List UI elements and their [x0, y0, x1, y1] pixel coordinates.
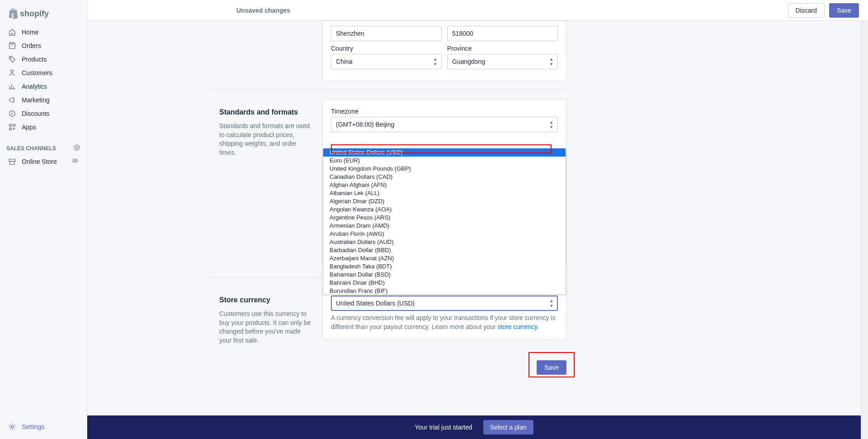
nav-label: Online Store: [22, 158, 57, 165]
nav-label: Orders: [22, 42, 41, 49]
nav-analytics[interactable]: Analytics: [0, 80, 87, 93]
currency-option[interactable]: Bahamian Dollar (BSD): [323, 271, 566, 279]
currency-option[interactable]: Bahraini Dinar (BHD): [323, 279, 566, 287]
chevron-updown-icon: ▴▾: [550, 57, 553, 67]
contextual-save-bar: Unsaved changes Discard Save: [87, 0, 868, 21]
discount-icon: [8, 110, 16, 118]
currency-option[interactable]: United Kingdom Pounds (GBP): [323, 165, 566, 173]
home-icon: [8, 28, 16, 36]
currency-option[interactable]: Angolan Kwanza (AOA): [323, 205, 566, 214]
settings-label: Settings: [22, 423, 45, 430]
eye-icon[interactable]: [71, 157, 79, 166]
province-value: Guangdong: [452, 57, 485, 66]
person-icon: [8, 69, 16, 77]
store-currency-link[interactable]: store currency: [497, 323, 537, 330]
currency-option[interactable]: Burundian Franc (BIF): [323, 287, 566, 295]
gear-icon: [8, 423, 16, 431]
postal-input[interactable]: 518000: [447, 26, 558, 41]
nav-label: Apps: [22, 124, 36, 131]
currency-option[interactable]: Azerbaijani Manat (AZN): [323, 254, 566, 262]
svg-point-8: [74, 160, 75, 161]
currency-option[interactable]: Bangladesh Taka (BDT): [323, 262, 566, 271]
currency-dropdown[interactable]: United States Dollars (USD)Euro (EUR)Uni…: [323, 148, 566, 295]
currency-selected-value: United States Dollars (USD): [336, 299, 415, 308]
nav-customers[interactable]: Customers: [0, 66, 87, 80]
currency-option[interactable]: Argentine Pesos (ARS): [323, 214, 566, 222]
currency-option[interactable]: Australian Dollars (AUD): [323, 238, 566, 246]
add-channel-icon[interactable]: [73, 144, 80, 153]
nav-home[interactable]: Home: [0, 25, 87, 39]
save-button-top[interactable]: Save: [829, 3, 859, 18]
province-label: Province: [447, 45, 558, 52]
nav-label: Home: [22, 29, 38, 36]
orders-icon: [8, 42, 16, 50]
sidebar: shopify Home Orders Products Customers A…: [0, 0, 87, 439]
nav-apps[interactable]: Apps: [0, 120, 87, 134]
store-icon: [8, 157, 16, 166]
svg-point-1: [10, 57, 11, 58]
chevron-updown-icon: ▴▾: [550, 298, 553, 308]
nav-label: Customers: [22, 69, 52, 76]
nav-marketing[interactable]: Marketing: [0, 93, 87, 107]
chevron-updown-icon: ▴▾: [550, 119, 553, 129]
standards-title: Standards and formats: [219, 108, 313, 116]
svg-rect-4: [9, 124, 12, 127]
nav-label: Discounts: [22, 110, 49, 117]
timezone-label: Timezone: [331, 108, 558, 115]
city-input[interactable]: Shenzhen: [331, 26, 442, 41]
currency-option[interactable]: Afghan Afghani (AFN): [323, 181, 566, 189]
currency-desc: Customers use this currency to buy your …: [219, 310, 313, 345]
nav-discounts[interactable]: Discounts: [0, 107, 87, 120]
sales-channels-label: SALES CHANNELS: [6, 145, 56, 152]
apps-icon: [8, 123, 16, 131]
nav-label: Marketing: [22, 96, 49, 104]
shopify-bag-icon: [8, 8, 18, 19]
svg-rect-5: [13, 124, 15, 127]
chart-icon: [8, 82, 16, 91]
browser-scrollbar[interactable]: [861, 0, 868, 439]
currency-option[interactable]: Albanian Lek (ALL): [323, 189, 566, 197]
country-value: China: [336, 57, 353, 66]
select-plan-button[interactable]: Select a plan: [483, 420, 533, 434]
nav-products[interactable]: Products: [0, 52, 87, 66]
country-label: Country: [331, 45, 442, 52]
nav-label: Analytics: [22, 83, 47, 90]
shopify-logo: shopify: [0, 5, 87, 25]
discard-button[interactable]: Discard: [788, 3, 825, 18]
svg-rect-6: [9, 128, 12, 130]
page-actions: Save: [209, 354, 566, 393]
currency-option[interactable]: Armenian Dram (AMD): [323, 222, 566, 230]
currency-title: Store currency: [219, 296, 313, 304]
timezone-select[interactable]: (GMT+08:00) Beijing ▴▾: [331, 117, 558, 132]
timezone-value: (GMT+08:00) Beijing: [336, 120, 395, 129]
standards-desc: Standards and formats are used to calcul…: [219, 122, 313, 157]
currency-option[interactable]: Algerian Dinar (DZD): [323, 197, 566, 205]
nav-label: Products: [22, 56, 47, 63]
province-select[interactable]: Guangdong ▴▾: [447, 54, 558, 69]
save-button-bottom[interactable]: Save: [537, 360, 566, 375]
svg-point-2: [11, 70, 13, 72]
nav-orders[interactable]: Orders: [0, 39, 87, 52]
brand-name: shopify: [20, 9, 49, 19]
main-content: Shenzhen 518000 Country China ▴▾ Prov: [87, 21, 861, 439]
currency-option[interactable]: Euro (EUR): [323, 157, 566, 165]
country-select[interactable]: China ▴▾: [331, 54, 442, 69]
megaphone-icon: [8, 96, 16, 104]
currency-option[interactable]: United States Dollars (USD): [323, 148, 566, 157]
currency-option[interactable]: Aruban Florin (AWG): [323, 230, 566, 238]
nav-settings[interactable]: Settings: [0, 420, 87, 434]
tag-icon: [8, 55, 16, 63]
nav-online-store[interactable]: Online Store: [0, 154, 87, 168]
trial-bar: Your trial just started Select a plan: [87, 415, 861, 439]
svg-rect-0: [9, 44, 15, 49]
currency-select[interactable]: United States Dollars (USD) ▴▾: [331, 296, 558, 311]
unsaved-changes-label: Unsaved changes: [96, 7, 788, 14]
currency-note: A currency conversion fee will apply to …: [323, 311, 566, 331]
svg-point-9: [11, 425, 13, 428]
chevron-updown-icon: ▴▾: [434, 57, 437, 67]
currency-option[interactable]: Canadian Dollars (CAD): [323, 173, 566, 181]
currency-option[interactable]: Barbadian Dollar (BBD): [323, 246, 566, 254]
trial-text: Your trial just started: [415, 424, 472, 431]
sales-channels-header: SALES CHANNELS: [0, 140, 87, 154]
